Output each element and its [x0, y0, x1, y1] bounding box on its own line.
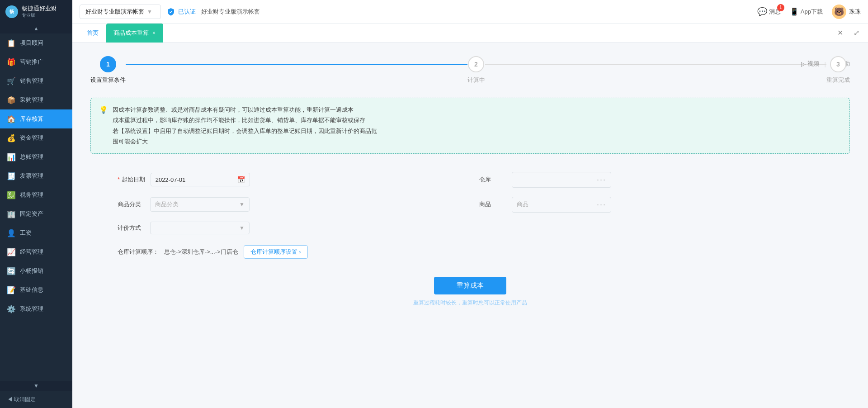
category-select[interactable]: 商品分类 ▼ — [150, 197, 250, 212]
topbar: 好业财专业版演示帐套 ▼ 已认证 好业财专业版演示帐套 💬 消息 1 📱 App… — [72, 0, 868, 24]
certified-text: 已认证 — [178, 8, 196, 16]
notice-line-1: 因成本计算参数调整、或是对商品成本有疑问时，可以通过成本重算功能，重新计算一遍成… — [113, 104, 377, 115]
form-fields: 起始日期 2022-07-01 📅 仓库 ··· 商品分 — [90, 167, 850, 263]
warehouse-input[interactable]: ··· — [512, 172, 611, 188]
expand-window-button[interactable]: ⤢ — [850, 27, 863, 39]
content-area: 1 设置重算条件 2 计算中 3 — [72, 43, 868, 408]
sidebar-item-label: 小畅报销 — [20, 267, 43, 275]
notice-text: 因成本计算参数调整、或是对商品成本有疑问时，可以通过成本重算功能，重新计算一遍成… — [113, 104, 377, 147]
sidebar-item-invoice[interactable]: 🧾 发票管理 — [0, 166, 72, 185]
product-field: 商品 商品 ··· — [479, 197, 823, 213]
step-1-label: 设置重算条件 — [90, 76, 126, 84]
calendar-icon[interactable]: 📅 — [237, 176, 245, 183]
sales-icon: 🛒 — [7, 77, 15, 85]
sidebar-subtitle: 专业版 — [22, 12, 57, 19]
product-more-icon[interactable]: ··· — [597, 200, 606, 209]
sidebar-header: 畅 畅捷通好业财 专业版 — [0, 0, 72, 24]
pricing-label: 计价方式 — [118, 224, 145, 232]
recalc-btn-label: 重算成本 — [457, 281, 484, 289]
start-date-input[interactable]: 2022-07-01 📅 — [151, 173, 250, 186]
sidebar-item-assets[interactable]: 🏢 固定资产 — [0, 204, 72, 223]
video-label: 视频 — [807, 60, 819, 68]
sidebar-item-sales[interactable]: 🛒 销售管理 — [0, 71, 72, 90]
steps-container: 1 设置重算条件 2 计算中 3 — [90, 56, 850, 84]
sidebar-item-purchase[interactable]: 📦 采购管理 — [0, 90, 72, 109]
sidebar-item-label: 工资 — [20, 229, 32, 237]
step-3-circle: 3 — [830, 56, 846, 72]
sidebar-item-capital[interactable]: 💰 资金管理 — [0, 128, 72, 147]
tab-close-icon[interactable]: × — [152, 30, 156, 36]
pricing-select[interactable]: ▼ — [150, 222, 250, 234]
sidebar-item-marketing[interactable]: 🎁 营销推广 — [0, 52, 72, 71]
step-1-circle: 1 — [100, 56, 116, 72]
sidebar-item-operation[interactable]: 📈 经营管理 — [0, 242, 72, 261]
step-2-circle: 2 — [468, 56, 484, 72]
shield-icon — [166, 7, 175, 16]
play-icon: ▷ — [801, 61, 806, 67]
notice-line-3: 若【系统设置】中启用了自动调整记账日期时，会调整入库单的整单记账日期，因此重新计… — [113, 126, 377, 136]
topbar-right: 💬 消息 1 📱 App下载 🐻 珠珠 — [757, 5, 861, 19]
category-placeholder: 商品分类 — [155, 200, 179, 209]
app-download-button[interactable]: 📱 App下载 — [790, 7, 823, 16]
project-icon: 📋 — [7, 39, 15, 47]
sidebar-item-tax[interactable]: 💹 税务管理 — [0, 185, 72, 204]
tab-home[interactable]: 首页 — [80, 24, 106, 43]
step-2: 2 计算中 — [467, 56, 485, 84]
tab-cost-recalc[interactable]: 商品成本重算 × — [106, 24, 163, 43]
certified-badge: 已认证 — [166, 7, 196, 16]
user-name: 珠珠 — [849, 8, 861, 16]
inventory-icon: 🏠 — [7, 115, 15, 123]
purchase-icon: 📦 — [7, 96, 15, 104]
scroll-up-icon[interactable]: ▲ — [33, 25, 39, 32]
close-window-button[interactable]: ✕ — [834, 27, 846, 39]
start-date-label: 起始日期 — [118, 176, 145, 184]
category-field: 商品分类 商品分类 ▼ — [118, 197, 461, 212]
pricing-chevron-icon: ▼ — [239, 225, 245, 231]
form-row-2: 商品分类 商品分类 ▼ 商品 商品 ··· — [118, 197, 823, 213]
sidebar-item-label: 资金管理 — [20, 134, 43, 142]
message-button[interactable]: 💬 消息 1 — [757, 7, 781, 17]
warehouse-more-icon[interactable]: ··· — [597, 175, 606, 185]
sidebar-item-label: 销售管理 — [20, 77, 43, 85]
sidebar-item-basic[interactable]: 📝 基础信息 — [0, 280, 72, 299]
unpin-button[interactable]: ◀ 取消固定 — [0, 391, 72, 408]
user-menu[interactable]: 🐻 珠珠 — [832, 5, 861, 19]
sidebar-item-expense[interactable]: 🔄 小畅报销 — [0, 261, 72, 280]
start-date-value: 2022-07-01 — [156, 176, 234, 183]
sidebar-item-label: 固定资产 — [20, 210, 43, 218]
sidebar-item-project[interactable]: 📋 项目顾问 — [0, 33, 72, 52]
operation-icon: 📈 — [7, 248, 15, 256]
scroll-down-icon[interactable]: ▼ — [33, 383, 39, 389]
sidebar-item-label: 采购管理 — [20, 96, 43, 104]
chevron-down-icon: ▼ — [147, 9, 152, 15]
sidebar-item-label: 基础信息 — [20, 286, 43, 294]
sidebar-item-salary[interactable]: 👤 工资 — [0, 223, 72, 242]
company-select[interactable]: 好业财专业版演示帐套 ▼ — [80, 5, 161, 19]
sidebar-item-inventory[interactable]: 🏠 库存核算 — [0, 109, 72, 128]
expense-icon: 🔄 — [7, 267, 15, 275]
warehouse-order-btn-label: 仓库计算顺序设置 › — [250, 248, 301, 256]
step-2-label: 计算中 — [467, 76, 485, 84]
salary-icon: 👤 — [7, 229, 15, 237]
recalc-section: 重算成本 重算过程耗时较长，重算时您可以正常使用产品 — [90, 277, 850, 307]
warehouse-order-value: 总仓->深圳仓库->...->门店仓 — [164, 248, 238, 256]
sidebar-item-system[interactable]: ⚙️ 系统管理 — [0, 299, 72, 318]
sidebar-item-label: 发票管理 — [20, 172, 43, 180]
start-date-field: 起始日期 2022-07-01 📅 — [118, 173, 461, 186]
sidebar-item-label: 税务管理 — [20, 191, 43, 199]
product-input[interactable]: 商品 ··· — [512, 197, 611, 213]
divider: | — [825, 61, 826, 67]
recalc-button[interactable]: 重算成本 — [434, 277, 506, 294]
video-link[interactable]: ▷ 视频 — [801, 60, 819, 68]
sidebar-logo: 畅 — [5, 5, 18, 18]
invoice-icon: 🧾 — [7, 172, 15, 180]
warehouse-order-settings-button[interactable]: 仓库计算顺序设置 › — [244, 245, 308, 259]
avatar: 🐻 — [832, 5, 846, 19]
tax-icon: 💹 — [7, 191, 15, 199]
chevron-down-icon: ▼ — [239, 201, 245, 208]
warehouse-order-label: 仓库计算顺序： — [118, 248, 159, 256]
sidebar-item-general[interactable]: 📊 总账管理 — [0, 147, 72, 166]
notice-line-2: 成本重算过程中，影响库存账的操作均不能操作，比如进货单、销货单、库存单据不能审核… — [113, 115, 377, 125]
unpin-label: ◀ 取消固定 — [7, 396, 36, 403]
recalc-note: 重算过程耗时较长，重算时您可以正常使用产品 — [413, 299, 527, 307]
